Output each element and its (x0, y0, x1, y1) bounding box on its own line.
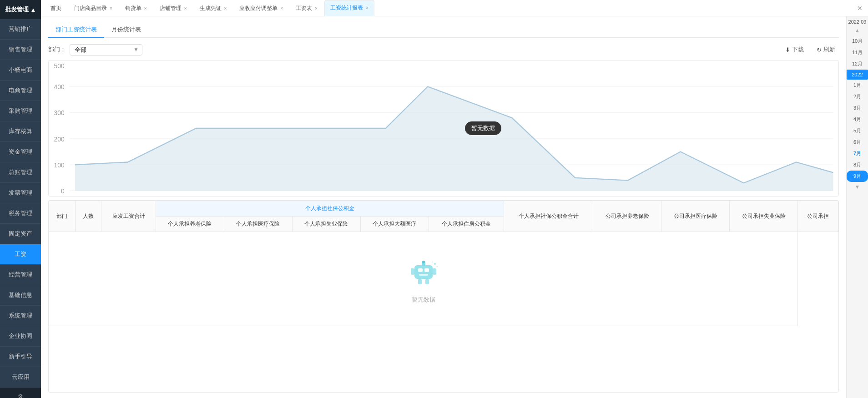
th-company-medical: 公司承担医疗保险 (661, 201, 730, 232)
th-dept: 部门 (49, 201, 76, 232)
th-personal-social-total: 个人承担社保公积金合计 (504, 201, 593, 232)
sidebar-item-固定资产[interactable]: 固定资产 (0, 224, 41, 244)
date-down-button[interactable]: ▼ (851, 182, 864, 192)
th-company-pension: 公司承担养老保险 (593, 201, 661, 232)
tab-工资统计报表[interactable]: 工资统计报表× (324, 0, 374, 16)
sub-tabs: 部门工资统计表月份统计表 (48, 22, 839, 38)
month-item-2022[interactable]: 2022 (847, 70, 868, 80)
current-date-display[interactable]: 2022.09 (848, 16, 868, 25)
sidebar-item-经营管理[interactable]: 经营管理 (0, 265, 41, 285)
month-item-1月[interactable]: 1月 (847, 80, 868, 91)
svg-point-22 (436, 266, 438, 267)
tab-销货单[interactable]: 销货单× (119, 0, 153, 16)
tab-label: 工资表 (296, 5, 312, 12)
tab-close-icon[interactable]: × (280, 6, 283, 11)
tab-close-icon[interactable]: × (144, 6, 147, 11)
tab-items: 首页门店商品目录×销货单×店铺管理×生成凭证×应收应付调整单×工资表×工资统计报… (45, 0, 374, 16)
close-all-button[interactable]: ✕ (855, 4, 864, 13)
tab-close-icon[interactable]: × (110, 6, 112, 11)
dept-select[interactable]: 全部销售部技术部财务部 (70, 44, 142, 55)
tab-店铺管理[interactable]: 店铺管理× (154, 0, 193, 16)
svg-rect-14 (419, 274, 428, 276)
tab-bar-right: ✕ (855, 4, 864, 13)
svg-text:0: 0 (61, 187, 65, 195)
sidebar-item-销售管理[interactable]: 销售管理 (0, 40, 41, 60)
sidebar-footer-settings[interactable]: ⚙ (0, 388, 41, 398)
th-count: 人数 (75, 201, 101, 232)
sidebar-item-系统管理[interactable]: 系统管理 (0, 306, 41, 326)
sidebar-item-工资[interactable]: 工资 (0, 244, 41, 265)
sidebar-item-电商管理[interactable]: 电商管理 (0, 81, 41, 101)
date-up-button[interactable]: ▲ (851, 25, 864, 35)
svg-rect-13 (424, 268, 429, 272)
month-item-6月[interactable]: 6月 (847, 136, 868, 148)
month-list: 10月11月12月20221月2月3月4月5月6月7月8月9月 (847, 35, 868, 182)
sidebar-item-云应用[interactable]: 云应用 (0, 367, 41, 388)
tab-应收应付调整单[interactable]: 应收应付调整单× (233, 0, 289, 16)
month-item-7月[interactable]: 7月 (847, 148, 868, 159)
th-company-unemployment: 公司承担失业保险 (730, 201, 798, 232)
svg-text:300: 300 (54, 109, 65, 116)
month-item-9月[interactable]: 9月 (847, 171, 868, 182)
svg-text:400: 400 (54, 83, 65, 91)
month-item-12月[interactable]: 12月 (847, 58, 868, 70)
svg-text:500: 500 (54, 62, 65, 70)
tab-label: 门店商品目录 (74, 5, 107, 12)
data-table: 部门 人数 应发工资合计 个人承担社保公积金 个人承担社保公积金合计 公司承担养… (49, 201, 838, 326)
tab-工资表[interactable]: 工资表× (290, 0, 323, 16)
sidebar-item-资金管理[interactable]: 资金管理 (0, 142, 41, 162)
sidebar-item-总账管理[interactable]: 总账管理 (0, 162, 41, 183)
table-wrap[interactable]: 部门 人数 应发工资合计 个人承担社保公积金 个人承担社保公积金合计 公司承担养… (48, 200, 839, 393)
sidebar: 批发管理 ▲ 营销推广销售管理小畅电商电商管理采购管理库存核算资金管理总账管理发… (0, 0, 41, 398)
month-item-8月[interactable]: 8月 (847, 159, 868, 171)
sidebar-item-税务管理[interactable]: 税务管理 (0, 203, 41, 224)
sidebar-item-库存核算[interactable]: 库存核算 (0, 121, 41, 142)
tab-首页[interactable]: 首页 (45, 0, 67, 16)
sidebar-title: 批发管理 (5, 5, 29, 14)
month-item-4月[interactable]: 4月 (847, 114, 868, 125)
month-item-11月[interactable]: 11月 (847, 47, 868, 58)
sub-tab-月份统计表[interactable]: 月份统计表 (104, 22, 148, 38)
tab-close-icon[interactable]: × (184, 6, 187, 11)
empty-text: 暂无数据 (412, 296, 435, 304)
svg-rect-12 (418, 268, 423, 272)
refresh-icon: ↻ (817, 46, 822, 53)
svg-rect-18 (433, 268, 436, 275)
month-item-5月[interactable]: 5月 (847, 125, 868, 136)
sub-tab-部门工资统计表[interactable]: 部门工资统计表 (48, 22, 104, 38)
tab-门店商品目录[interactable]: 门店商品目录× (68, 0, 118, 16)
tab-close-icon[interactable]: × (366, 5, 368, 10)
download-button[interactable]: ⬇ 下载 (782, 44, 807, 55)
sidebar-item-企业协同[interactable]: 企业协同 (0, 326, 41, 347)
month-item-2月[interactable]: 2月 (847, 91, 868, 102)
tab-生成凭证[interactable]: 生成凭证× (194, 0, 233, 16)
th-personal-unemployment: 个人承担失业保险 (292, 217, 360, 232)
dept-label: 部门： (48, 45, 66, 54)
tab-label: 销货单 (125, 5, 141, 12)
tab-label: 工资统计报表 (330, 4, 363, 12)
th-personal-large-medical: 个人承担大额医疗 (360, 217, 429, 232)
refresh-button[interactable]: ↻ 刷新 (813, 44, 839, 55)
svg-rect-11 (414, 265, 433, 279)
month-item-10月[interactable]: 10月 (847, 35, 868, 47)
sidebar-item-新手引导[interactable]: 新手引导 (0, 347, 41, 367)
svg-point-21 (434, 263, 436, 265)
sidebar-item-发票管理[interactable]: 发票管理 (0, 183, 41, 203)
tab-close-icon[interactable]: × (315, 6, 318, 11)
sidebar-item-基础信息[interactable]: 基础信息 (0, 285, 41, 306)
settings-icon: ⚙ (18, 393, 23, 398)
sidebar-expand-icon: ▲ (30, 6, 36, 13)
month-item-3月[interactable]: 3月 (847, 102, 868, 114)
toolbar-left: 部门： 全部销售部技术部财务部 ▼ (48, 44, 142, 55)
main-area: 首页门店商品目录×销货单×店铺管理×生成凭证×应收应付调整单×工资表×工资统计报… (41, 0, 868, 398)
dept-select-wrap: 全部销售部技术部财务部 ▼ (70, 44, 142, 55)
tab-close-icon[interactable]: × (224, 6, 227, 11)
download-icon: ⬇ (785, 46, 790, 53)
sidebar-item-营销推广[interactable]: 营销推广 (0, 19, 41, 40)
sidebar-header[interactable]: 批发管理 ▲ (0, 0, 41, 19)
sidebar-item-小畅电商[interactable]: 小畅电商 (0, 60, 41, 81)
tab-label: 店铺管理 (160, 5, 182, 12)
right-date-sidebar: 2022.09 ▲ 10月11月12月20221月2月3月4月5月6月7月8月9… (846, 16, 868, 398)
sidebar-item-采购管理[interactable]: 采购管理 (0, 101, 41, 121)
th-personal-pension: 个人承担养老保险 (156, 217, 224, 232)
